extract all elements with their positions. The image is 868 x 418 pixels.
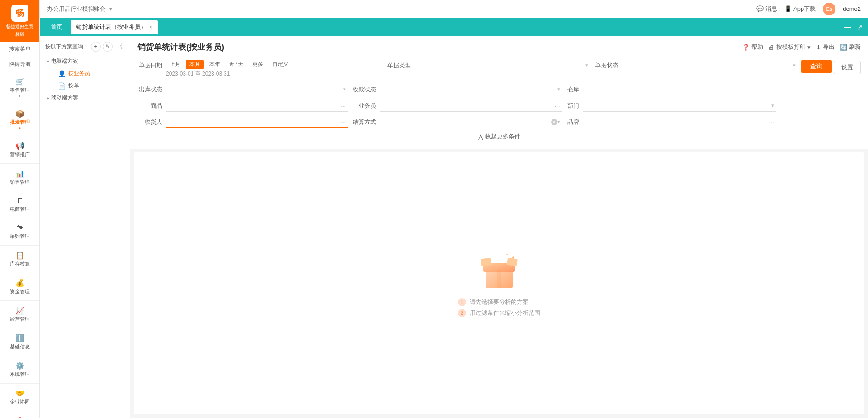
basic-label: 基础信息: [10, 343, 30, 350]
tree-section: ▾ 电脑端方案 👤 按业务员 📄 按单 ▸ 移动端方案: [40, 55, 130, 104]
topbar-dropdown-icon[interactable]: ▾: [109, 6, 112, 12]
query-button[interactable]: 查询: [801, 60, 832, 73]
help-button[interactable]: ❓ 帮助: [742, 43, 763, 51]
product-dots-icon[interactable]: ···: [340, 102, 346, 109]
empty-illustration: ✦ ✦ 1 请先选择要分析的方案 2 用过滤条件来缩: [458, 250, 540, 317]
date-btn-custom[interactable]: 自定义: [269, 60, 292, 69]
avatar[interactable]: Ea: [823, 3, 835, 15]
sidebar-item-finance[interactable]: 💰 资金管理: [0, 275, 39, 299]
app-label: App下载: [793, 5, 816, 13]
search-menu-label[interactable]: 搜索菜单: [9, 45, 31, 53]
sidebar-item-operation[interactable]: 📈 经营管理: [0, 303, 39, 326]
tab-close-icon[interactable]: ×: [149, 24, 152, 30]
system-icon: ⚙️: [15, 361, 24, 370]
help-icon: ❓: [742, 44, 750, 51]
receipt-status-field[interactable]: ▾: [380, 84, 561, 95]
salesman-field[interactable]: ···: [380, 100, 561, 112]
collapse-panel-button[interactable]: 《: [114, 42, 124, 52]
warehouse-dots-icon[interactable]: ···: [768, 86, 774, 93]
tree-item-by-order[interactable]: 📄 按单: [54, 80, 126, 92]
sidebar-item-retail[interactable]: 🛒 零售管理 ▾: [0, 74, 39, 102]
print-button[interactable]: 🖨 按模板打印 ▾: [769, 43, 811, 51]
warehouse-field[interactable]: ···: [583, 84, 776, 95]
sidebar-item-newbie[interactable]: 🎯 新手引导: [0, 413, 39, 418]
consignee-field[interactable]: ···: [166, 116, 348, 128]
collapse-more-button[interactable]: ⋀ 收起更多条件: [137, 130, 861, 143]
consignee-dots-icon[interactable]: ···: [340, 118, 346, 126]
add-scheme-button[interactable]: +: [91, 42, 101, 52]
shortcut-nav[interactable]: 快捷导航: [0, 57, 39, 72]
date-btn-this-year[interactable]: 本年: [206, 60, 224, 69]
app-download-button[interactable]: 📱 App下载: [784, 5, 816, 13]
svg-rect-6: [497, 269, 501, 288]
tab-sales-stat[interactable]: 销货单统计表（按业务员） ×: [71, 20, 158, 34]
settlement-clear-icon[interactable]: ×: [551, 119, 557, 125]
date-btn-more[interactable]: 更多: [249, 60, 267, 69]
sidebar-item-purchase[interactable]: 🛍 采购管理: [0, 220, 39, 243]
sidebar-section-purchase: 🛍 采购管理: [0, 218, 39, 246]
doc-type-label: 单据类型: [386, 62, 411, 70]
shortcut-label[interactable]: 快捷导航: [9, 61, 31, 68]
edit-scheme-button[interactable]: ✎: [103, 42, 113, 52]
doc-status-arrow-icon[interactable]: ▾: [793, 62, 796, 68]
date-btn-last-month[interactable]: 上月: [166, 60, 184, 69]
page-header-top: 销货单统计表(按业务员) ❓ 帮助 🖨 按模板打印 ▾ ⬇: [137, 42, 861, 56]
retail-icon: 🛒: [15, 77, 24, 86]
salesman-tree-label: 按业务员: [68, 70, 90, 77]
sidebar-item-wholesale[interactable]: 📦 批发管理 ▴: [0, 106, 39, 134]
sidebar-item-system[interactable]: ⚙️ 系统管理: [0, 358, 39, 381]
tree-item-by-salesman[interactable]: 👤 按业务员: [54, 67, 126, 80]
tree-desktop-section[interactable]: ▾ 电脑端方案: [43, 55, 126, 67]
order-tree-icon: 📄: [58, 82, 66, 90]
receipt-status-arrow-icon[interactable]: ▾: [557, 86, 560, 92]
tab-maximize-icon[interactable]: ⤢: [855, 21, 864, 33]
export-button[interactable]: ⬇ 导出: [816, 43, 835, 51]
department-field[interactable]: ▾: [583, 100, 776, 112]
settings-button[interactable]: 设置: [834, 61, 861, 74]
tab-minimize-icon[interactable]: —: [842, 21, 853, 33]
brand-dots-icon[interactable]: ···: [768, 118, 774, 126]
search-nav[interactable]: 搜索菜单: [0, 42, 39, 57]
date-btn-7days[interactable]: 近7天: [226, 60, 247, 69]
consignee-label: 收货人: [137, 118, 162, 126]
inventory-icon: 📋: [15, 251, 24, 260]
message-button[interactable]: 💬 消息: [756, 5, 777, 13]
product-field[interactable]: ···: [166, 100, 348, 112]
settlement-arrow-icon[interactable]: ▾: [557, 119, 560, 125]
svg-rect-2: [481, 257, 491, 266]
sidebar-item-inventory[interactable]: 📋 库存核算: [0, 247, 39, 271]
sidebar-item-basic[interactable]: ℹ️ 基础信息: [0, 330, 39, 354]
tree-mobile-section[interactable]: ▸ 移动端方案: [43, 92, 126, 104]
brand-label: 品牌: [566, 118, 579, 126]
settlement-label: 结算方式: [351, 118, 376, 126]
page-area: 按以下方案查询 + ✎ 《 ▾ 电脑端方案 👤 按业务员: [40, 36, 868, 418]
main-area: 办公用品行业模拟账套 ▾ 💬 消息 📱 App下载 Ea demo2 首页 销货…: [40, 0, 868, 418]
sidebar-item-sales[interactable]: 📊 销售管理: [0, 166, 39, 189]
department-arrow-icon[interactable]: ▾: [771, 103, 774, 109]
sidebar-item-marketing[interactable]: 📢 营销推广: [0, 138, 39, 162]
sidebar-section-marketing: 📢 营销推广: [0, 136, 39, 164]
doc-type-arrow-icon[interactable]: ▾: [585, 62, 588, 68]
sidebar-logo[interactable]: 畅 畅捷通好生意 标版: [0, 0, 39, 42]
doc-type-field[interactable]: ▾: [415, 60, 590, 71]
refresh-button[interactable]: 🔄 刷新: [840, 43, 861, 51]
out-status-field[interactable]: ▾: [166, 84, 348, 95]
purchase-label: 采购管理: [10, 233, 30, 240]
hint-text-1: 请先选择要分析的方案: [470, 298, 528, 306]
doc-status-field[interactable]: ▾: [622, 60, 797, 71]
out-status-arrow-icon[interactable]: ▾: [343, 86, 346, 92]
empty-box-illustration: ✦ ✦: [479, 250, 519, 291]
tab-home[interactable]: 首页: [43, 20, 70, 34]
salesman-dots-icon[interactable]: ···: [554, 102, 560, 109]
date-btn-this-month[interactable]: 本月: [186, 60, 204, 69]
username-label[interactable]: demo2: [843, 5, 861, 12]
doc-status-label: 单据状态: [594, 62, 618, 70]
sidebar-item-enterprise[interactable]: 🤝 企业协同: [0, 385, 39, 409]
hint-num-1: 1: [458, 298, 466, 306]
sidebar-item-ecommerce[interactable]: 🖥 电商管理: [0, 193, 39, 216]
settlement-field[interactable]: × ▾: [380, 116, 561, 128]
sidebar-section-wholesale: 📦 批发管理 ▴: [0, 104, 39, 136]
tabbar: 首页 销货单统计表（按业务员） × — ⤢: [40, 18, 868, 36]
brand-field[interactable]: ···: [583, 116, 776, 128]
sidebar: 畅 畅捷通好生意 标版 搜索菜单 快捷导航 🛒 零售管理 ▾ 📦 批发管理 ▴ …: [0, 0, 40, 418]
